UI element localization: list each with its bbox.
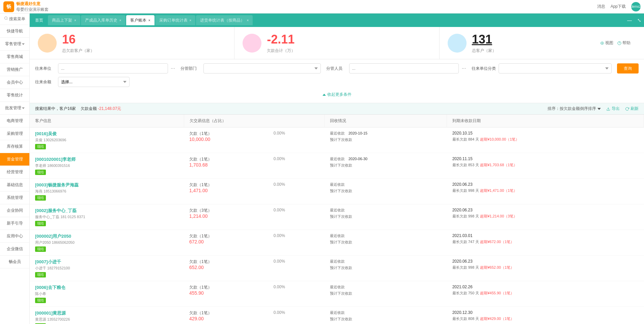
sidebar-item-enterprise-collab[interactable]: 企业协同	[0, 204, 29, 217]
sidebar-item-purchase-mgmt[interactable]: 采购管理	[0, 127, 29, 140]
view-btn[interactable]: 视图	[600, 40, 613, 46]
refresh-icon	[625, 107, 629, 111]
debt-amount[interactable]: 1,471.00	[189, 188, 263, 193]
sidebar-item-newbie-guide[interactable]: 新手引导	[0, 217, 29, 230]
tab-product-shelf[interactable]: 商品上下架 ×	[48, 15, 80, 25]
sidebar-item-member-center[interactable]: 会员中心	[0, 76, 29, 89]
tab-close-purchase-product-stats[interactable]: ×	[247, 19, 249, 22]
collect-info-cell: 最近收款 预计下次收款	[325, 281, 447, 307]
due-date-cell: 2020.06.23 最长欠款 998 天 超期¥652.00（1笔）	[447, 256, 644, 281]
debt-amount[interactable]: 429.00	[189, 316, 263, 321]
filter-person-input[interactable]	[349, 63, 459, 73]
sidebar-item-system-mgmt[interactable]: 系统管理	[0, 192, 29, 204]
stat-label-debt-customers: 总欠款客户（家）	[62, 48, 94, 54]
customer-badge: 现结	[35, 298, 46, 303]
debt-info-cell: 欠款（3笔） 1,214.00	[184, 204, 268, 230]
table-container: 客户信息 欠交易信息（占比） 回收情况 到期未收款日期	[30, 115, 644, 324]
sidebar-item-chang-member[interactable]: 畅会员	[0, 256, 29, 268]
tab-collapse-btn[interactable]: —	[626, 18, 633, 23]
customer-name[interactable]: [0002]服务中心_丁磊	[35, 208, 178, 214]
sidebar-item-retail-mgmt[interactable]: 零售管理	[0, 38, 29, 51]
customer-name[interactable]: [0006]去下粮仓	[35, 285, 178, 291]
overdue-amount[interactable]: 超期¥10,000.00（1笔）	[480, 137, 519, 141]
overdue-amount[interactable]: 超期¥1,471.00（1笔）	[480, 188, 517, 193]
sidebar-item-marketing[interactable]: 营销推广	[0, 63, 29, 76]
help-icon	[617, 41, 621, 45]
tab-close-product-shelf[interactable]: ×	[74, 19, 76, 22]
sidebar-item-retail-mall[interactable]: 零售商城	[0, 51, 29, 63]
overdue-amount[interactable]: 超期¥455.90（1笔）	[480, 291, 514, 295]
customer-info-cell: [0016]吴俊 吴俊 13026203696 现结	[30, 127, 184, 153]
tab-customer-account[interactable]: 客户账本 ×	[126, 15, 155, 25]
debt-amount[interactable]: 652.00	[189, 265, 263, 270]
customer-badge: 现结	[35, 272, 46, 277]
collapse-btn[interactable]: 收起更多条件	[35, 90, 639, 99]
tab-purchase-stats[interactable]: 采购订单统计表 ×	[155, 15, 196, 25]
overdue-amount[interactable]: 超期¥1,214.00（3笔）	[480, 214, 517, 218]
customer-name[interactable]: [0016]吴俊	[35, 131, 178, 137]
overdue-amount[interactable]: 超期¥672.00（1笔）	[480, 240, 514, 244]
due-date-cell: 2020.10.15 最长欠款 884 天 超期¥10,000.00（1笔）	[447, 127, 644, 153]
overdue-amount[interactable]: 超期¥652.00（1笔）	[480, 265, 514, 269]
sidebar-item-inventory[interactable]: 库存核算	[0, 140, 29, 153]
sidebar-search[interactable]: 搜索菜单	[0, 13, 29, 25]
overdue-amount[interactable]: 超期¥429.00（1笔）	[480, 317, 514, 321]
customer-info-cell: [0002]服务中心_丁磊 服务中心_丁磊 181 0125 8371 现结	[30, 204, 184, 230]
debt-amount[interactable]: 455.90	[189, 290, 263, 296]
tab-product-history[interactable]: 产成品入库单历史 ×	[81, 15, 125, 25]
debt-pct: 0.00%	[274, 208, 319, 212]
view-icon	[600, 41, 604, 45]
filter-balance-select[interactable]: 选择...	[58, 77, 130, 87]
stat-value-debt-total: -2.11	[267, 32, 295, 47]
page-content: 16 总欠款客户（家） -2.11 欠款合计（万）	[30, 27, 644, 324]
sidebar-item-enterprise-wechat[interactable]: 企业微信	[0, 243, 29, 256]
customer-name[interactable]: [0003]畅捷服务尹海蕊	[35, 182, 178, 188]
tab-home[interactable]: 首页	[31, 15, 47, 25]
sidebar-item-wholesale-mgmt[interactable]: 批发管理	[0, 102, 29, 115]
result-sort[interactable]: 排序：按欠款金额倒序排序	[548, 106, 601, 112]
tab-close-customer-account[interactable]: ×	[148, 19, 150, 22]
filter-supplier-dots[interactable]: ···	[171, 65, 175, 71]
customer-info-cell: [0006]去下粮仓 陈小希 现结	[30, 281, 184, 307]
export-btn[interactable]: 导出	[606, 106, 620, 112]
customer-name[interactable]: [000001]黄思源	[35, 310, 178, 316]
filter-category-select[interactable]	[499, 63, 612, 73]
app-download-btn[interactable]: App下载	[611, 4, 626, 9]
help-btn[interactable]: 帮助	[617, 40, 631, 46]
filter-dept-select[interactable]	[203, 63, 320, 73]
debt-info-cell: 欠款（1笔） 1,703.68	[184, 153, 268, 179]
sidebar-item-finance-mgmt[interactable]: 资金管理	[0, 153, 29, 166]
sidebar-item-retail-stats[interactable]: 零售统计	[0, 89, 29, 102]
filter-row-2: 往来余额 选择...	[35, 77, 639, 87]
stat-icon-debt	[243, 34, 261, 53]
customer-name[interactable]: [0007]小进千	[35, 259, 178, 265]
sidebar-item-basic-info[interactable]: 基础信息	[0, 179, 29, 192]
sidebar-item-app-center[interactable]: 应用中心	[0, 230, 29, 243]
debt-amount[interactable]: 1,703.68	[189, 162, 263, 168]
filter-area: 往来单位 ··· 分管部门 分管人员	[30, 59, 644, 103]
tab-expand-btn[interactable]: ⤡	[636, 18, 643, 23]
search-button[interactable]: 查询	[617, 63, 639, 73]
customer-name[interactable]: [0001020001]李老师	[35, 156, 178, 163]
debt-pct-cell: 0.00%	[268, 153, 325, 179]
table-row: [0006]去下粮仓 陈小希 现结 欠款（1笔） 455.90 0.00% 最近…	[30, 281, 644, 307]
tab-purchase-product-stats[interactable]: 进货单统计表（按商品） ×	[196, 15, 253, 25]
message-btn[interactable]: 消息	[597, 4, 605, 9]
sidebar-item-quick-nav[interactable]: 快捷导航	[0, 25, 29, 38]
tab-close-purchase-stats[interactable]: ×	[190, 19, 192, 22]
debt-info-cell: 欠款（1笔） 429.00	[184, 307, 268, 324]
debt-amount[interactable]: 10,000.00	[189, 137, 263, 142]
filter-person-dots[interactable]: ···	[461, 65, 466, 71]
customer-name[interactable]: [000002]用户2050	[35, 233, 178, 239]
chevron-up-icon	[323, 93, 326, 96]
sidebar-item-ecommerce[interactable]: 电商管理	[0, 115, 29, 127]
sidebar-item-business-mgmt[interactable]: 经营管理	[0, 166, 29, 179]
tab-close-product-history[interactable]: ×	[119, 19, 121, 22]
filter-supplier-input[interactable]	[58, 63, 168, 73]
user-avatar[interactable]: demo2	[631, 2, 641, 11]
debt-amount[interactable]: 1,214.00	[189, 213, 263, 219]
refresh-btn[interactable]: 刷新	[625, 106, 639, 112]
debt-amount[interactable]: 672.00	[189, 239, 263, 244]
col-header-customer: 客户信息	[30, 115, 184, 127]
overdue-amount[interactable]: 超期¥1,703.68（1笔）	[480, 163, 517, 167]
